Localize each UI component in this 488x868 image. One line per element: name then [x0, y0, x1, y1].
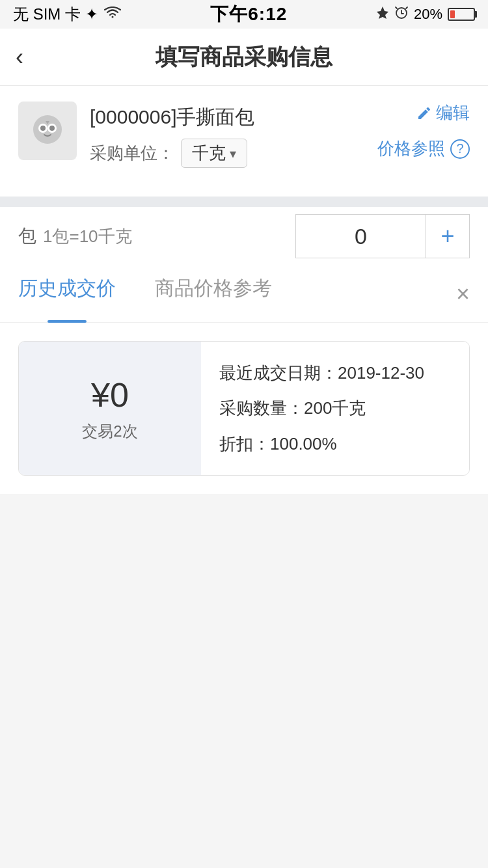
unit-select-button[interactable]: 千克 ▾: [181, 139, 247, 168]
status-left: 无 SIM 卡 ✦: [13, 4, 122, 25]
unit-value: 千克: [192, 142, 226, 165]
edit-label: 编辑: [436, 102, 470, 124]
tab-header: 历史成交价 商品价格参考 ×: [0, 265, 488, 323]
nav-bar: ‹ 填写商品采购信息: [0, 29, 488, 86]
battery-percent: 20%: [414, 6, 442, 23]
recent-date-value: 2019-12-30: [338, 363, 424, 383]
signal-text: 无 SIM 卡 ✦: [13, 4, 98, 25]
quantity-plus-button[interactable]: +: [426, 214, 470, 258]
tab-items: 历史成交价 商品价格参考: [18, 265, 272, 323]
product-image-icon: [28, 111, 67, 150]
tab-history-price[interactable]: 历史成交价: [18, 265, 116, 323]
product-info: [0000006]手撕面包 采购单位： 千克 ▾: [90, 102, 254, 168]
unit-dropdown-arrow: ▾: [230, 146, 236, 161]
back-button[interactable]: ‹: [16, 44, 23, 71]
tab-reference-label: 商品价格参考: [155, 275, 272, 302]
section-divider: [0, 197, 488, 207]
location-icon: [376, 6, 389, 23]
plus-icon: +: [441, 223, 454, 250]
back-icon: ‹: [16, 44, 23, 71]
price-card-right: 最近成交日期：2019-12-30 采购数量：200千克 折扣：100.00%: [201, 342, 469, 475]
quantity-unit-info: 包 1包=10千克: [18, 224, 132, 249]
wifi-icon: [103, 5, 122, 23]
status-bar: 无 SIM 卡 ✦ 下午6:12 20%: [0, 0, 488, 29]
purchase-qty-value: 200千克: [304, 398, 366, 418]
history-price-content: ¥0 交易2次 最近成交日期：2019-12-30 采购数量：200千克 折扣：…: [0, 323, 488, 494]
page-title: 填写商品采购信息: [156, 42, 332, 72]
quantity-row: 包 1包=10千克 +: [0, 207, 488, 265]
status-time: 下午6:12: [210, 2, 287, 27]
tab-close-button[interactable]: ×: [456, 280, 470, 308]
tab-price-reference[interactable]: 商品价格参考: [155, 265, 272, 323]
unit-label: 采购单位：: [90, 142, 174, 165]
price-reference-button[interactable]: 价格参照 ?: [377, 137, 470, 160]
product-header: [0000006]手撕面包 采购单位： 千克 ▾ 编辑 价格参照 ?: [18, 102, 470, 168]
trade-count: 交易2次: [82, 421, 137, 442]
discount-value: 100.00%: [270, 434, 337, 454]
edit-icon: [416, 105, 432, 121]
price-amount: ¥0: [91, 375, 129, 414]
quantity-unit-conversion: 1包=10千克: [43, 225, 132, 248]
price-ref-info-icon: ?: [450, 139, 470, 159]
alarm-icon: [394, 5, 409, 23]
svg-point-1: [33, 115, 62, 144]
svg-point-5: [49, 126, 55, 131]
tab-section: 历史成交价 商品价格参考 × ¥0 交易2次 最近成交日期：2019-12-30…: [0, 265, 488, 494]
discount-row: 折扣：100.00%: [219, 432, 451, 455]
product-left: [0000006]手撕面包 采购单位： 千克 ▾: [18, 102, 254, 168]
price-card: ¥0 交易2次 最近成交日期：2019-12-30 采购数量：200千克 折扣：…: [18, 341, 470, 476]
battery-indicator: [448, 8, 475, 21]
recent-date-row: 最近成交日期：2019-12-30: [219, 361, 451, 385]
svg-point-4: [40, 126, 46, 131]
bottom-space: [0, 494, 488, 868]
edit-button[interactable]: 编辑: [416, 102, 470, 124]
price-ref-label: 价格参照: [377, 137, 445, 160]
price-card-left: ¥0 交易2次: [19, 342, 201, 475]
product-section: [0000006]手撕面包 采购单位： 千克 ▾ 编辑 价格参照 ?: [0, 86, 488, 197]
discount-label: 折扣：: [219, 434, 270, 454]
close-icon: ×: [456, 280, 470, 308]
quantity-control: +: [295, 214, 470, 258]
quantity-unit-icon: 包: [18, 224, 36, 249]
product-thumbnail: [18, 102, 77, 160]
product-unit-row: 采购单位： 千克 ▾: [90, 139, 254, 168]
recent-date-label: 最近成交日期：: [219, 363, 338, 383]
status-right: 20%: [376, 5, 475, 23]
purchase-qty-label: 采购数量：: [219, 398, 304, 418]
product-name: [0000006]手撕面包: [90, 104, 254, 131]
quantity-input[interactable]: [295, 214, 426, 258]
tab-history-label: 历史成交价: [18, 275, 116, 302]
purchase-qty-row: 采购数量：200千克: [219, 396, 451, 420]
